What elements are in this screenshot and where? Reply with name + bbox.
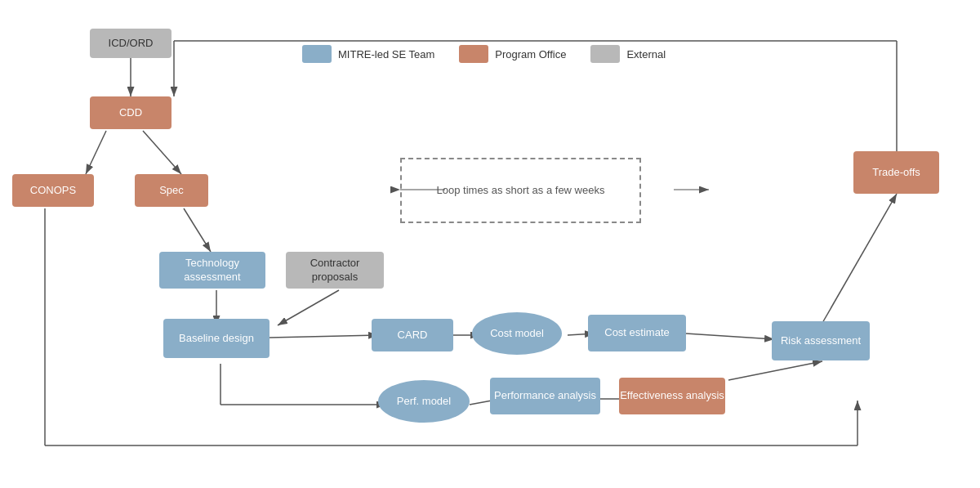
node-contractor: Contractor proposals: [286, 252, 384, 289]
node-tech-assess: Technology assessment: [159, 252, 265, 289]
loop-label: Loop times as short as a few weeks: [437, 183, 605, 198]
node-card: CARD: [372, 319, 453, 351]
node-tradeoffs: Trade-offs: [853, 151, 939, 194]
legend-swatch-external: [590, 45, 620, 63]
node-effectiveness: Effectiveness analysis: [619, 378, 725, 414]
svg-line-8: [270, 335, 378, 338]
legend: MITRE-led SE Team Program Office Externa…: [302, 45, 666, 63]
node-perf-model: Perf. model: [378, 380, 470, 423]
node-baseline: Baseline design: [163, 319, 270, 358]
svg-line-4: [143, 131, 181, 174]
legend-label-external: External: [626, 48, 666, 60]
node-conops: CONOPS: [12, 174, 94, 207]
svg-line-11: [686, 334, 774, 339]
legend-swatch-program: [459, 45, 488, 63]
svg-line-3: [86, 131, 106, 174]
node-cost-estimate: Cost estimate: [588, 315, 686, 351]
svg-line-16: [728, 361, 822, 380]
node-icd: ICD/ORD: [90, 29, 172, 58]
svg-line-7: [278, 290, 339, 325]
loop-box: Loop times as short as a few weeks: [400, 158, 641, 223]
svg-line-17: [822, 194, 897, 323]
legend-label-program: Program Office: [495, 48, 566, 60]
legend-mitre: MITRE-led SE Team: [302, 45, 434, 63]
legend-program: Program Office: [459, 45, 566, 63]
legend-label-mitre: MITRE-led SE Team: [338, 48, 434, 60]
node-cost-model: Cost model: [472, 312, 562, 355]
node-risk-assess: Risk assessment: [772, 321, 870, 360]
node-cdd: CDD: [90, 96, 172, 129]
node-perf-analysis: Performance analysis: [490, 378, 600, 414]
legend-external: External: [590, 45, 666, 63]
node-spec: Spec: [135, 174, 208, 207]
legend-swatch-mitre: [302, 45, 332, 63]
svg-line-5: [184, 208, 211, 252]
